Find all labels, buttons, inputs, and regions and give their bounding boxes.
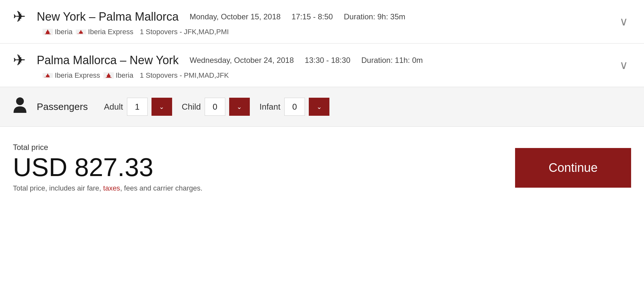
outbound-expand-button[interactable]: ∨ <box>620 15 628 28</box>
outbound-time: 17:15 - 8:50 <box>292 12 333 21</box>
return-route: Palma Mallorca – New York <box>37 54 179 67</box>
return-expand-button[interactable]: ∨ <box>620 58 628 72</box>
chevron-down-icon-child: ⌄ <box>237 103 242 111</box>
airline-name-iberia-express-outbound: Iberia Express <box>88 28 133 36</box>
outbound-stopovers: 1 Stopovers - JFK,MAD,PMI <box>140 28 229 36</box>
iberia-logo-return: Iberia <box>103 71 133 80</box>
svg-rect-2 <box>46 32 50 34</box>
disclaimer-post: , fees and carrier charges. <box>120 184 203 192</box>
iberia-logo-outbound: Iberia <box>43 28 73 36</box>
chevron-down-icon-return: ∨ <box>620 58 628 72</box>
price-disclaimer: Total price, includes air fare, taxes, f… <box>13 184 515 192</box>
infant-dropdown-button[interactable]: ⌄ <box>309 98 329 116</box>
infant-label: Infant <box>259 102 280 112</box>
chevron-down-icon-outbound: ∨ <box>620 15 628 28</box>
outbound-duration: Duration: 9h: 35m <box>344 12 405 21</box>
svg-rect-14 <box>107 75 110 77</box>
adult-value: 1 <box>127 98 148 116</box>
passengers-section: Passengers Adult 1 ⌄ Child 0 ⌄ Infant 0 … <box>0 87 644 127</box>
chevron-down-icon-adult: ⌄ <box>159 103 164 111</box>
plane-icon-outbound: ✈ <box>13 9 26 25</box>
return-duration: Duration: 11h: 0m <box>361 56 423 65</box>
outbound-flight-row: ✈ New York – Palma Mallorca Monday, Octo… <box>0 0 644 44</box>
person-icon <box>13 97 27 117</box>
infant-control: Infant 0 ⌄ <box>259 98 329 116</box>
total-price-label: Total price <box>13 143 515 152</box>
return-flight-row: ✈ Palma Mallorca – New York Wednesday, O… <box>0 44 644 87</box>
child-control: Child 0 ⌄ <box>182 98 250 116</box>
svg-point-16 <box>16 97 24 105</box>
iberia-express-logo-return: EXPRESS Iberia Express <box>43 71 100 80</box>
airline-name-iberia-express-return: Iberia Express <box>55 71 100 80</box>
iberia-express-logo-outbound: EXPRESS Iberia Express <box>76 28 133 36</box>
disclaimer-pre: Total price, includes air fare, <box>13 184 103 192</box>
price-info: Total price USD 827.33 Total price, incl… <box>13 143 515 192</box>
child-value: 0 <box>205 98 225 116</box>
outbound-date: Monday, October 15, 2018 <box>190 12 280 21</box>
airline-name-iberia-return: Iberia <box>116 71 133 80</box>
child-label: Child <box>182 102 201 112</box>
return-stopovers: 1 Stopovers - PMI,MAD,JFK <box>140 71 229 80</box>
svg-text:EXPRESS: EXPRESS <box>44 77 50 78</box>
return-time: 13:30 - 18:30 <box>305 56 350 65</box>
airline-name-iberia-outbound: Iberia <box>55 28 73 36</box>
continue-button[interactable]: Continue <box>515 148 631 188</box>
child-dropdown-button[interactable]: ⌄ <box>229 98 250 116</box>
plane-icon-return: ✈ <box>13 53 26 68</box>
svg-text:EXPRESS: EXPRESS <box>77 33 83 35</box>
taxes-link[interactable]: taxes <box>103 184 120 192</box>
infant-value: 0 <box>284 98 305 116</box>
pricing-section: Total price USD 827.33 Total price, incl… <box>0 127 644 205</box>
return-date: Wednesday, October 24, 2018 <box>190 56 294 65</box>
adult-control: Adult 1 ⌄ <box>104 98 172 116</box>
total-price-value: USD 827.33 <box>13 154 515 180</box>
adult-dropdown-button[interactable]: ⌄ <box>151 98 172 116</box>
adult-label: Adult <box>104 102 123 112</box>
passengers-label: Passengers <box>37 101 88 112</box>
outbound-route: New York – Palma Mallorca <box>37 10 179 24</box>
chevron-down-icon-infant: ⌄ <box>317 103 322 111</box>
